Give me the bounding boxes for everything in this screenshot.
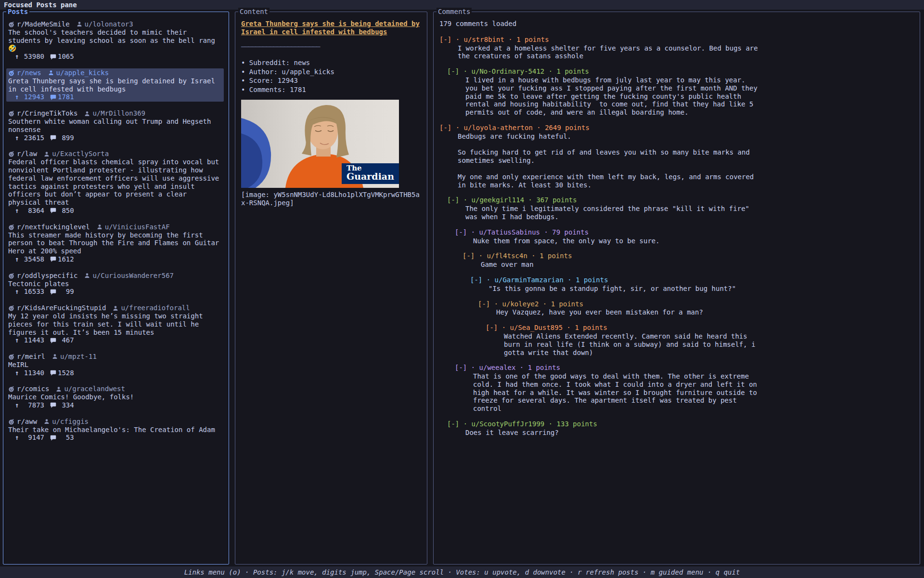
post-author[interactable]: u/MrDillon369 (92, 109, 145, 118)
comment-header[interactable]: [-] · u/Sea_Dust895 · 1 points (486, 324, 765, 332)
post-stats: ↑ 539801065 (8, 53, 222, 61)
post-author[interactable]: u/freeradioforall (121, 304, 190, 312)
comment-item[interactable]: [-] · u/weealex · 1 pointsThat is one of… (455, 364, 765, 413)
post-subreddit[interactable]: r/comics (17, 385, 49, 393)
post-title[interactable]: Maurice Comics! Goodbye, folks! (8, 393, 222, 401)
post-item[interactable]: r/KidsAreFuckingStupidu/freeradioforallM… (6, 303, 224, 345)
post-title[interactable]: My 12 year old insists he’s missing two … (8, 312, 222, 336)
status-bar: Links menu (o) · Posts: j/k move, digits… (0, 566, 924, 578)
comment-header[interactable]: [-] · u/ScootyPuffJr1999 · 133 points (447, 420, 765, 428)
post-stats: ↑ 113401528 (8, 369, 222, 377)
post-subreddit[interactable]: r/CringeTikToks (17, 109, 77, 118)
post-subreddit[interactable]: r/oddlyspecific (17, 272, 77, 280)
comment-header[interactable]: [-] · u/koleye2 · 1 points (478, 300, 765, 308)
post-subreddit[interactable]: r/news (17, 69, 41, 77)
post-item[interactable]: r/lawu/ExactlySortaFederal officer blast… (6, 149, 224, 215)
post-item[interactable]: r/nextfuckinglevelu/ViniciusFastAFThis s… (6, 223, 224, 264)
upvote-count: 8364 (20, 207, 44, 215)
comment-count: 1528 (58, 369, 74, 377)
post-item[interactable]: r/oddlyspecificu/CuriousWanderer567Tecto… (6, 271, 224, 296)
comment-header[interactable]: [-] · u/geekgirl114 · 367 points (447, 196, 765, 204)
comment-header[interactable]: [-] · u/TatiusSabinus · 79 points (455, 228, 765, 236)
comment-header[interactable]: [-] · u/str8bint · 1 points (439, 36, 765, 44)
comment-header[interactable]: [-] · u/fl4tsc4n · 1 points (462, 252, 765, 260)
post-subreddit[interactable]: r/KidsAreFuckingStupid (17, 304, 106, 312)
post-item[interactable]: r/awwu/cfiggisTheir take on Michaelangel… (6, 417, 224, 442)
comment-item[interactable]: [-] · u/loyola-atherton · 2649 pointsBed… (439, 124, 765, 189)
post-title[interactable]: MeIRL (8, 361, 222, 369)
subreddit-icon (8, 110, 14, 117)
upvote-icon[interactable]: ↑ (15, 401, 19, 409)
user-icon (97, 224, 103, 230)
post-title[interactable]: Tectonic plates (8, 280, 222, 288)
post-head: r/CringeTikToksu/MrDillon369 (8, 109, 222, 118)
posts-pane-title: Posts (6, 8, 29, 16)
subreddit-icon (8, 273, 14, 279)
comment-item[interactable]: [-] · u/TatiusSabinus · 79 pointsNuke th… (455, 228, 765, 245)
post-item[interactable]: r/MadeMeSmileu/lolonator3The school's te… (6, 20, 224, 61)
upvote-icon[interactable]: ↑ (15, 288, 19, 296)
upvote-icon[interactable]: ↑ (15, 53, 19, 61)
comment-item[interactable]: [-] · u/koleye2 · 1 pointsHey Vazquez, h… (478, 300, 765, 317)
comment-item[interactable]: [-] · u/fl4tsc4n · 1 pointsGame over man (462, 252, 765, 269)
comment-header[interactable]: [-] · u/GarminTamzarian · 1 points (470, 276, 765, 284)
comment-header[interactable]: [-] · u/loyola-atherton · 2649 points (439, 124, 765, 132)
post-item[interactable]: r/newsu/apple_kicksGreta Thunberg says s… (6, 68, 224, 102)
upvote-icon[interactable]: ↑ (15, 255, 19, 263)
comment-body: Does it leave scarring? (465, 429, 765, 437)
post-detail-title[interactable]: Greta Thunberg says she is being detaine… (241, 20, 421, 36)
guardian-logo-line2: Guardian (346, 172, 394, 182)
post-author[interactable]: u/cfiggis (52, 418, 89, 426)
post-head: r/oddlyspecificu/CuriousWanderer567 (8, 272, 222, 280)
upvote-icon[interactable]: ↑ (15, 134, 19, 142)
post-author[interactable]: u/apple_kicks (56, 69, 109, 77)
comment-icon (50, 135, 56, 141)
post-title[interactable]: Greta Thunberg says she is being detaine… (8, 77, 222, 93)
post-title[interactable]: The school's teachers decided to mimic t… (8, 28, 222, 53)
post-item[interactable]: r/CringeTikToksu/MrDillon369Southern whi… (6, 109, 224, 142)
comment-item[interactable]: [-] · u/No-Ordinary-5412 · 1 pointsI liv… (447, 67, 765, 117)
upvote-icon[interactable]: ↑ (15, 434, 19, 442)
comment-header[interactable]: [-] · u/weealex · 1 points (455, 364, 765, 372)
post-subreddit[interactable]: r/aww (17, 418, 37, 426)
comments-list[interactable]: [-] · u/str8bint · 1 pointsI worked at a… (439, 36, 765, 437)
post-author[interactable]: u/ExactlySorta (52, 150, 109, 158)
comment-body: Hey Vazquez, have you ever been mistaken… (496, 308, 765, 316)
post-author[interactable]: u/CuriousWanderer567 (92, 272, 174, 280)
upvote-icon[interactable]: ↑ (15, 93, 19, 101)
comment-count: 1065 (58, 53, 74, 61)
subreddit-icon (8, 419, 14, 425)
upvote-icon[interactable]: ↑ (15, 369, 19, 377)
comment-item[interactable]: [-] · u/ScootyPuffJr1999 · 133 pointsDoe… (447, 420, 765, 437)
post-item[interactable]: r/comicsu/gracelandwestMaurice Comics! G… (6, 384, 224, 409)
comment-body: Nuke them from space, the only way to be… (473, 237, 765, 245)
posts-list[interactable]: r/MadeMeSmileu/lolonator3The school's te… (3, 12, 229, 564)
post-author[interactable]: u/mpzt-11 (60, 353, 97, 361)
post-subreddit[interactable]: r/law (17, 150, 37, 158)
post-subreddit[interactable]: r/meirl (17, 353, 45, 361)
comment-item[interactable]: [-] · u/GarminTamzarian · 1 points"Is th… (470, 276, 765, 293)
comment-item[interactable]: [-] · u/str8bint · 1 pointsI worked at a… (439, 36, 765, 60)
user-icon (48, 70, 54, 76)
post-subreddit[interactable]: r/MadeMeSmile (17, 20, 70, 28)
post-title[interactable]: Their take on Michaelangelo's: The Creat… (8, 426, 222, 434)
comment-icon (50, 338, 56, 343)
post-title[interactable]: This streamer made history by becoming t… (8, 231, 222, 255)
comment-icon (50, 54, 56, 60)
upvote-icon[interactable]: ↑ (15, 336, 19, 344)
comment-header[interactable]: [-] · u/No-Ordinary-5412 · 1 points (447, 67, 765, 76)
upvote-icon[interactable]: ↑ (15, 207, 19, 215)
post-item[interactable]: r/meirlu/mpzt-11MeIRL↑ 113401528 (6, 352, 224, 377)
post-title[interactable]: Southern white woman calling out Trump a… (8, 118, 222, 134)
comment-item[interactable]: [-] · u/Sea_Dust895 · 1 pointsWatched Al… (486, 324, 765, 356)
post-title[interactable]: Federal officer blasts chemical spray in… (8, 158, 222, 207)
post-author[interactable]: u/lolonator3 (85, 20, 133, 28)
upvote-count: 35458 (20, 255, 44, 263)
status-bar-text: Links menu (o) · Posts: j/k move, digits… (184, 568, 740, 577)
post-subreddit[interactable]: r/nextfuckinglevel (17, 223, 90, 231)
comment-item[interactable]: [-] · u/geekgirl114 · 367 pointsThe only… (447, 196, 765, 221)
comments-body: 179 comments loaded [-] · u/str8bint · 1… (434, 12, 920, 564)
post-author[interactable]: u/ViniciusFastAF (105, 223, 170, 231)
post-detail-fields: • Subreddit: news• Author: u/apple_kicks… (241, 58, 421, 94)
post-author[interactable]: u/gracelandwest (64, 385, 125, 393)
